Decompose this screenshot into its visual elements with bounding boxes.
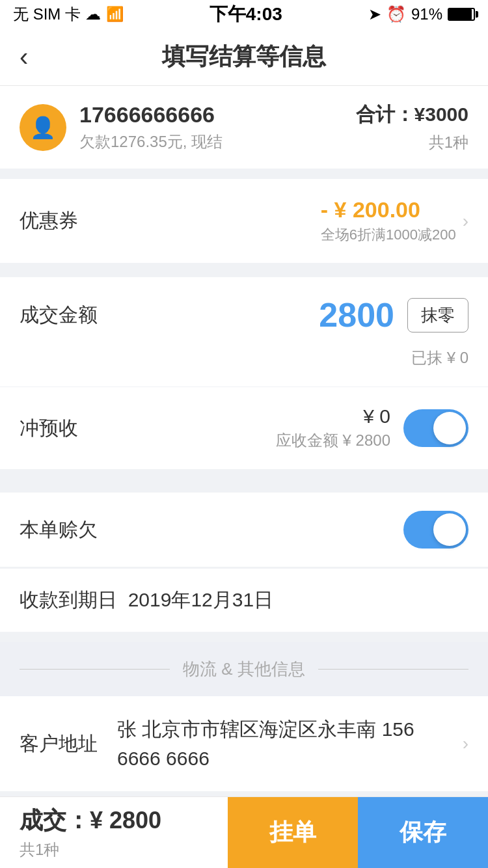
address-label: 客户地址 [20, 731, 98, 757]
amount-section: 成交金额 2800 抹零 已抹 ¥ 0 [0, 277, 488, 387]
coupon-arrow-icon: › [463, 211, 468, 232]
pre-collection-toggle[interactable] [403, 409, 468, 447]
status-time: 下午4:03 [210, 2, 282, 27]
address-row[interactable]: 客户地址 张 北京市市辖区海淀区永丰南 156 6666 6666 › [0, 696, 488, 791]
customer-right: 合计：¥3000 共1种 [356, 102, 468, 153]
amount-row: 成交金额 2800 抹零 [20, 295, 468, 334]
coupon-discount: - ¥ 200.00 [321, 197, 456, 223]
coupon-label: 优惠券 [20, 208, 78, 234]
alarm-icon: ⏰ [386, 5, 406, 23]
address-arrow-icon: › [463, 733, 468, 754]
logistics-divider: 物流 & 其他信息 [0, 642, 488, 696]
debt-label: 本单赊欠 [20, 517, 98, 543]
bottom-deal-amount: 成交：¥ 2800 [20, 805, 208, 837]
amount-number: 2800 [319, 295, 394, 334]
bottom-count: 共1种 [20, 839, 208, 860]
back-button[interactable]: ‹ [13, 36, 34, 78]
address-value: 张 北京市市辖区海淀区永丰南 156 6666 6666 [117, 714, 463, 773]
coupon-info: - ¥ 200.00 全场6折满1000减200 [321, 197, 456, 245]
logistics-text: 物流 & 其他信息 [170, 658, 318, 681]
pre-amount-sub: 应收金额 ¥ 2800 [276, 430, 390, 451]
avatar-icon: 👤 [30, 115, 56, 140]
customer-card: 👤 17666666666 欠款1276.35元, 现结 合计：¥3000 共1… [0, 86, 488, 169]
status-left: 无 SIM 卡 ☁ 📶 [13, 4, 124, 25]
debt-toggle-knob [433, 513, 466, 546]
total-amount: ¥3000 [414, 103, 468, 125]
logistics-line-right [318, 669, 468, 670]
pre-collection-right: ¥ 0 应收金额 ¥ 2800 [276, 405, 468, 451]
bottom-summary: 成交：¥ 2800 共1种 [0, 805, 228, 860]
due-date-value: 2019年12月31日 [128, 589, 273, 610]
location-icon: ➤ [368, 5, 381, 23]
battery-percent: 91% [411, 5, 442, 23]
due-date-text: 收款到期日 2019年12月31日 [20, 589, 273, 610]
save-button[interactable]: 保存 [358, 797, 488, 869]
total-label: 合计：¥3000 [356, 102, 468, 128]
nav-bar: ‹ 填写结算等信息 [0, 29, 488, 86]
bottom-deal-value: ¥ 2800 [90, 807, 161, 834]
section-divider-2 [0, 469, 488, 482]
avatar: 👤 [20, 104, 66, 151]
total-count: 共1种 [356, 132, 468, 153]
round-button[interactable]: 抹零 [407, 298, 468, 332]
customer-left: 👤 17666666666 欠款1276.35元, 现结 [20, 102, 223, 152]
bottom-deal-label: 成交： [20, 807, 90, 834]
customer-info: 17666666666 欠款1276.35元, 现结 [79, 102, 223, 152]
coupon-desc: 全场6折满1000减200 [321, 225, 456, 245]
pre-amount: ¥ 0 [276, 405, 390, 427]
customer-phone: 17666666666 [79, 102, 223, 128]
pre-collection-row: 冲预收 ¥ 0 应收金额 ¥ 2800 [0, 387, 488, 469]
debt-toggle[interactable] [403, 511, 468, 549]
logistics-line-left [20, 669, 170, 670]
pre-collection-label: 冲预收 [20, 415, 78, 442]
page-title: 填写结算等信息 [162, 41, 326, 73]
section-divider-1 [0, 264, 488, 277]
coupon-row[interactable]: 优惠券 - ¥ 200.00 全场6折满1000减200 › [0, 179, 488, 263]
pre-amount-wrap: ¥ 0 应收金额 ¥ 2800 [276, 405, 390, 451]
amount-label: 成交金额 [20, 302, 98, 329]
customer-debt: 欠款1276.35元, 现结 [79, 131, 223, 152]
wifi-icon: 📶 [106, 6, 124, 23]
content-area: 👤 17666666666 欠款1276.35元, 现结 合计：¥3000 共1… [0, 86, 488, 868]
coupon-right: - ¥ 200.00 全场6折满1000减200 › [321, 197, 468, 245]
toggle-knob [433, 412, 466, 444]
amount-value-wrap: 2800 抹零 [319, 295, 468, 334]
status-bar: 无 SIM 卡 ☁ 📶 下午4:03 ➤ ⏰ 91% [0, 0, 488, 29]
due-date-row: 收款到期日 2019年12月31日 [0, 568, 488, 632]
due-date-label: 收款到期日 [20, 589, 117, 610]
amount-sub: 已抹 ¥ 0 [20, 347, 468, 368]
bottom-bar: 成交：¥ 2800 共1种 挂单 保存 [0, 796, 488, 868]
sim-label: 无 SIM 卡 ☁ [13, 4, 101, 25]
debt-row: 本单赊欠 [0, 493, 488, 567]
total-label-text: 合计： [356, 103, 414, 125]
status-right: ➤ ⏰ 91% [368, 5, 475, 23]
battery-icon [448, 8, 475, 21]
pending-button[interactable]: 挂单 [228, 797, 358, 869]
